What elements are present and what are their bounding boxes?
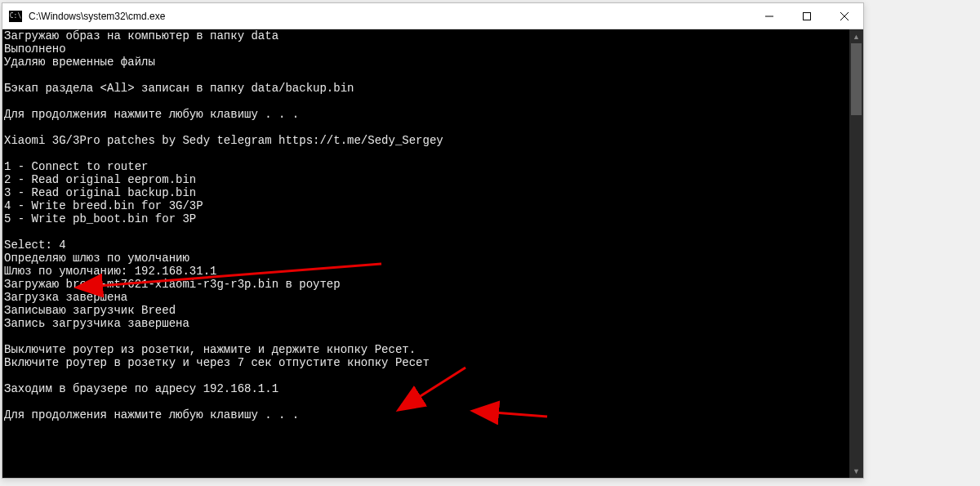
console-line: Для продолжения нажмите любую клавишу . … — [4, 408, 849, 421]
console-line: Определяю шлюз по умолчанию — [4, 252, 849, 265]
console-line: Включите роутер в розетку и через 7 сек … — [4, 356, 849, 369]
window-title: C:\Windows\system32\cmd.exe — [29, 11, 751, 22]
scroll-up-button[interactable]: ▲ — [849, 29, 863, 43]
scroll-down-button[interactable]: ▼ — [849, 464, 863, 478]
console-line — [4, 69, 849, 82]
console-line — [4, 225, 849, 239]
console-line: Бэкап раздела <All> записан в папку data… — [4, 82, 849, 95]
console-line: Для продолжения нажмите любую клавишу . … — [4, 108, 849, 121]
console-output[interactable]: Загружаю образ на компьютер в папку data… — [2, 29, 849, 478]
console-line: Шлюз по умолчанию: 192.168.31.1 — [4, 265, 849, 278]
console-line: Выключите роутер из розетки, нажмите и д… — [4, 343, 849, 356]
client-area: Загружаю образ на компьютер в папку data… — [2, 29, 863, 478]
vertical-scrollbar[interactable]: ▲ ▼ — [849, 29, 863, 478]
maximize-button[interactable] — [788, 3, 826, 29]
console-line: 5 - Write pb_boot.bin for 3P — [4, 212, 849, 225]
console-line: 4 - Write breed.bin for 3G/3P — [4, 199, 849, 212]
close-icon — [840, 12, 849, 20]
console-line: Загружаю образ на компьютер в папку data — [4, 29, 849, 42]
cmd-icon: C:\ — [9, 11, 22, 22]
console-line — [4, 395, 849, 408]
console-line: Заходим в браузере по адресу 192.168.1.1 — [4, 382, 849, 395]
console-line: Select: 4 — [4, 239, 849, 252]
console-line: Xiaomi 3G/3Pro patches by Sedy telegram … — [4, 134, 849, 147]
console-line: Выполнено — [4, 42, 849, 56]
console-line: 2 - Read original eeprom.bin — [4, 173, 849, 186]
window-controls — [751, 3, 863, 29]
console-line — [4, 330, 849, 343]
console-line: Записываю загрузчик Breed — [4, 304, 849, 317]
console-line — [4, 369, 849, 382]
maximize-icon — [803, 12, 811, 20]
close-button[interactable] — [826, 3, 863, 29]
console-line: Запись загрузчика завершена — [4, 317, 849, 330]
svg-rect-1 — [804, 12, 811, 20]
minimize-icon — [765, 12, 773, 20]
console-line — [4, 95, 849, 108]
console-line — [4, 147, 849, 160]
titlebar: C:\ C:\Windows\system32\cmd.exe — [2, 3, 863, 29]
minimize-button[interactable] — [751, 3, 788, 29]
scrollbar-track[interactable] — [849, 43, 863, 464]
cmd-window: C:\ C:\Windows\system32\cmd.exe Загружаю… — [2, 2, 864, 479]
console-line: Удаляю временные файлы — [4, 56, 849, 69]
scrollbar-thumb[interactable] — [851, 43, 862, 115]
console-line: 1 - Connect to router — [4, 160, 849, 173]
console-line: 3 - Read original backup.bin — [4, 186, 849, 199]
console-line: Загружаю breed-mt7621-xiaomi-r3g-r3p.bin… — [4, 278, 849, 291]
console-line: Загрузка завершена — [4, 291, 849, 304]
console-line — [4, 121, 849, 134]
